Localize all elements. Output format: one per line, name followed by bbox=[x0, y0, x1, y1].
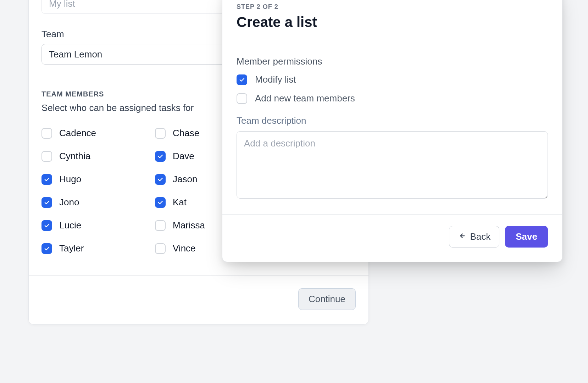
permission-modify-list-label: Modify list bbox=[255, 74, 296, 85]
team-description-textarea[interactable] bbox=[237, 131, 548, 199]
team-member-name: Jason bbox=[173, 174, 197, 185]
create-list-step2-modal: STEP 2 OF 2 Create a list Member permiss… bbox=[222, 0, 562, 262]
team-member-name: Lucie bbox=[59, 220, 81, 231]
team-member-item[interactable]: Lucie bbox=[41, 220, 148, 231]
back-button-label: Back bbox=[470, 231, 490, 242]
team-member-item[interactable]: Jono bbox=[41, 197, 148, 208]
team-member-checkbox[interactable] bbox=[41, 128, 52, 139]
team-member-name: Cynthia bbox=[59, 151, 90, 162]
team-member-name: Cadence bbox=[59, 128, 96, 139]
team-member-item[interactable]: Hugo bbox=[41, 174, 148, 185]
team-member-checkbox[interactable] bbox=[155, 220, 166, 231]
team-member-name: Marissa bbox=[173, 220, 205, 231]
team-member-checkbox[interactable] bbox=[41, 174, 52, 185]
team-member-checkbox[interactable] bbox=[155, 174, 166, 185]
permission-modify-list[interactable]: Modify list bbox=[237, 74, 548, 85]
permission-modify-list-checkbox[interactable] bbox=[237, 74, 247, 85]
team-select-value: Team Lemon bbox=[49, 49, 102, 60]
permission-add-members-checkbox[interactable] bbox=[237, 93, 247, 104]
member-permissions-label: Member permissions bbox=[237, 56, 548, 67]
permission-add-members-label: Add new team members bbox=[255, 93, 355, 104]
team-member-checkbox[interactable] bbox=[155, 243, 166, 254]
team-member-checkbox[interactable] bbox=[155, 151, 166, 162]
permission-add-members[interactable]: Add new team members bbox=[237, 93, 548, 104]
team-member-item[interactable]: Cadence bbox=[41, 128, 148, 139]
modal-title: Create a list bbox=[237, 14, 548, 30]
team-member-item[interactable]: Cynthia bbox=[41, 151, 148, 162]
team-member-name: Jono bbox=[59, 197, 79, 208]
team-member-item[interactable]: Tayler bbox=[41, 243, 148, 254]
team-member-checkbox[interactable] bbox=[41, 220, 52, 231]
arrow-left-icon bbox=[458, 231, 466, 242]
team-member-name: Vince bbox=[173, 243, 196, 254]
team-member-name: Dave bbox=[173, 151, 194, 162]
team-member-name: Hugo bbox=[59, 174, 81, 185]
team-member-checkbox[interactable] bbox=[155, 128, 166, 139]
team-description-label: Team description bbox=[237, 115, 548, 126]
team-member-checkbox[interactable] bbox=[41, 151, 52, 162]
continue-button[interactable]: Continue bbox=[298, 288, 356, 310]
save-button[interactable]: Save bbox=[505, 226, 548, 248]
team-member-checkbox[interactable] bbox=[155, 197, 166, 208]
team-member-name: Kat bbox=[173, 197, 187, 208]
step-indicator: STEP 2 OF 2 bbox=[237, 3, 548, 11]
team-member-checkbox[interactable] bbox=[41, 243, 52, 254]
back-button[interactable]: Back bbox=[449, 226, 499, 248]
team-member-name: Chase bbox=[173, 128, 199, 139]
team-member-name: Tayler bbox=[59, 243, 84, 254]
team-member-checkbox[interactable] bbox=[41, 197, 52, 208]
